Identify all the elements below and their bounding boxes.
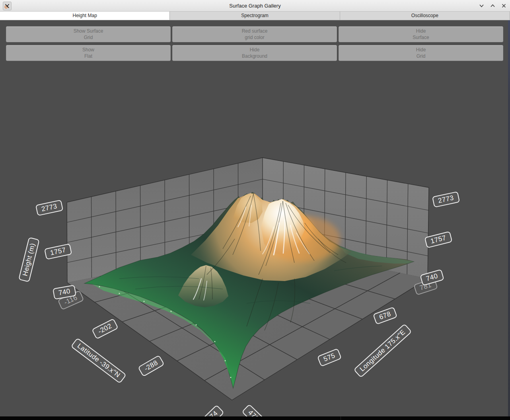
- show-surface-grid-button[interactable]: Show Surface Grid: [6, 26, 171, 42]
- button-label: Flat: [6, 53, 170, 59]
- close-button[interactable]: [500, 2, 507, 9]
- screen-bottom-strip: [0, 416, 510, 420]
- maximize-button[interactable]: [489, 2, 496, 9]
- tab-height-map[interactable]: Height Map: [0, 11, 170, 20]
- title-bar: Surface Graph Gallery: [0, 0, 510, 12]
- hide-surface-button[interactable]: Hide Surface: [339, 26, 503, 42]
- tab-oscilloscope[interactable]: Oscilloscope: [340, 11, 510, 20]
- strip-divider: [341, 416, 341, 420]
- button-label: Show Surface: [6, 28, 170, 34]
- button-label: Grid: [339, 53, 503, 59]
- button-label: Grid: [6, 34, 170, 41]
- window-title: Surface Graph Gallery: [229, 3, 280, 9]
- hide-grid-button[interactable]: Hide Grid: [339, 45, 503, 61]
- red-surface-grid-color-button[interactable]: Red surface grid color: [172, 26, 337, 42]
- hide-background-button[interactable]: Hide Background: [172, 45, 337, 61]
- tab-bar: Height Map Spectrogram Oscilloscope: [0, 11, 510, 20]
- button-label: Show: [6, 47, 170, 53]
- minimize-button[interactable]: [478, 2, 485, 9]
- button-label: Hide: [339, 28, 503, 34]
- app-window: -116 781 2773 1757 740 Height (m) -202 -…: [0, 0, 510, 420]
- tab-spectrogram[interactable]: Spectrogram: [170, 11, 340, 20]
- button-label: Background: [173, 53, 337, 59]
- desktop-edge-sliver: [508, 20, 510, 416]
- show-flat-button[interactable]: Show Flat: [6, 45, 171, 61]
- toolbar: Show Surface Grid Red surface grid color…: [6, 26, 503, 61]
- button-label: Hide: [339, 47, 503, 53]
- button-label: Surface: [339, 34, 503, 41]
- surface-3d-view[interactable]: [0, 0, 510, 420]
- app-icon: [3, 2, 12, 10]
- button-label: grid color: [173, 34, 337, 41]
- button-label: Hide: [173, 47, 337, 53]
- window-controls: [478, 0, 507, 11]
- button-label: Red surface: [173, 28, 337, 34]
